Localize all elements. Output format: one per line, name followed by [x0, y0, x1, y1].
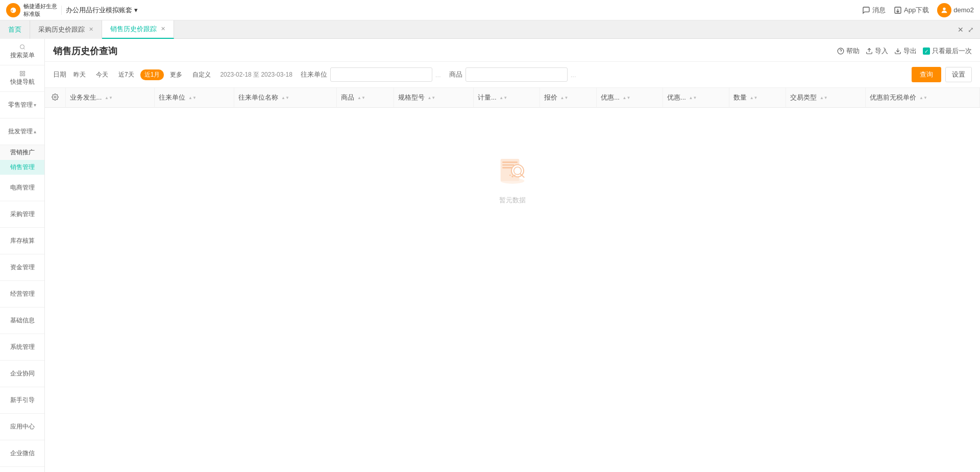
table-col-quoted-price: 报价 ▲▼ — [540, 88, 596, 108]
table-col-partner-name: 往来单位名称 ▲▼ — [234, 88, 337, 108]
empty-illustration — [492, 149, 533, 190]
tab-sales-history[interactable]: 销售历史价跟踪 ✕ — [102, 20, 174, 39]
header-right: 消息 App下载 demo2 — [862, 3, 974, 17]
top-header: 6 畅捷通好生意 标准版 办公用品行业模拟账套 ▾ 消息 App下载 demo2 — [0, 0, 980, 20]
export-action[interactable]: 导出 — [894, 46, 917, 56]
query-button[interactable]: 查询 — [912, 67, 941, 82]
svg-point-23 — [514, 175, 516, 176]
sidebar-item-purchase-mgmt[interactable]: 采购管理 — [0, 201, 44, 228]
sidebar-item-ecommerce-mgmt[interactable]: 电商管理 — [0, 175, 44, 201]
date-btn-yesterday[interactable]: 昨天 — [69, 69, 90, 80]
sort-icon[interactable]: ▲▼ — [623, 96, 631, 100]
svg-point-22 — [511, 176, 513, 177]
title-actions: 帮助 导入 导出 ✓ 只看最后一次 — [837, 46, 972, 56]
table-col-partner-code: 往来单位 ▲▼ — [155, 88, 234, 108]
sidebar-item-system-mgmt[interactable]: 系统管理 — [0, 334, 44, 361]
goods-label: 商品 — [449, 70, 462, 79]
sort-icon[interactable]: ▲▼ — [820, 96, 828, 100]
date-range-text: 2023-02-18 至 2023-03-18 — [220, 70, 292, 79]
sidebar-item-biz-mgmt[interactable]: 经营管理 — [0, 281, 44, 308]
data-table: 业务发生... ▲▼ 往来单位 ▲▼ 往来单位名称 ▲▼ 商品 — [45, 88, 980, 108]
help-action[interactable]: 帮助 — [837, 46, 860, 56]
goods-input[interactable] — [465, 67, 568, 82]
sidebar-item-wholesale-mgmt[interactable]: 批发管理 ▴ — [0, 119, 44, 145]
app-download-action[interactable]: App下载 — [894, 6, 929, 15]
table-col-biz-date: 业务发生... ▲▼ — [65, 88, 155, 108]
help-icon — [837, 48, 844, 55]
sidebar-item-retail-mgmt[interactable]: 零售管理 ▾ — [0, 92, 44, 119]
sidebar-item-quick-nav[interactable]: 快捷导航 — [0, 65, 44, 92]
sidebar: 搜索菜单 快捷导航 零售管理 ▾ 批发管理 ▴ 营销推广 销售管理 电商管理 采… — [0, 39, 45, 472]
sort-icon[interactable]: ▲▼ — [499, 96, 507, 100]
table-col-trade-type: 交易类型 ▲▼ — [786, 88, 866, 108]
date-btn-more[interactable]: 更多 — [166, 69, 186, 80]
import-icon — [866, 48, 873, 55]
app-selector[interactable]: 办公用品行业模拟账套 ▾ — [61, 6, 142, 15]
svg-rect-6 — [23, 72, 25, 74]
sort-icon[interactable]: ▲▼ — [427, 96, 435, 100]
sort-icon[interactable]: ▲▼ — [750, 96, 758, 100]
svg-rect-17 — [502, 164, 514, 166]
sort-icon[interactable]: ▲▼ — [689, 96, 697, 100]
sidebar-item-marketing[interactable]: 营销推广 — [0, 145, 44, 160]
sidebar-item-basic-info[interactable]: 基础信息 — [0, 308, 44, 334]
table-col-gear[interactable] — [45, 88, 65, 108]
date-btn-1month[interactable]: 近1月 — [140, 69, 164, 80]
svg-point-13 — [54, 96, 56, 98]
table-col-quantity: 数量 ▲▼ — [729, 88, 786, 108]
sidebar-item-enterprise-collab[interactable]: 企业协同 — [0, 361, 44, 387]
import-action[interactable]: 导入 — [866, 46, 888, 56]
download-icon — [894, 6, 902, 14]
date-btn-today[interactable]: 今天 — [92, 69, 112, 80]
sidebar-item-search-menu[interactable]: 搜索菜单 — [0, 39, 44, 65]
date-shortcuts: 昨天 今天 近7天 近1月 更多 自定义 — [69, 69, 215, 80]
sidebar-item-inventory[interactable]: 库存核算 — [0, 228, 44, 254]
filter-bar: 日期 昨天 今天 近7天 近1月 更多 自定义 2023-02-18 至 202… — [45, 62, 980, 88]
tab-purchase-history[interactable]: 采购历史价跟踪 ✕ — [30, 20, 102, 39]
goods-dots[interactable]: ... — [571, 71, 576, 79]
sort-icon[interactable]: ▲▼ — [105, 96, 113, 100]
sort-icon[interactable]: ▲▼ — [357, 96, 365, 100]
sidebar-item-new-guide[interactable]: 新手引导 — [0, 387, 44, 414]
search-icon — [18, 44, 27, 50]
header-left: 6 畅捷通好生意 标准版 办公用品行业模拟账套 ▾ — [6, 3, 142, 17]
tab-bar: 首页 采购历史价跟踪 ✕ 销售历史价跟踪 ✕ ✕ ⤢ — [0, 20, 980, 39]
tab-close-sales[interactable]: ✕ — [161, 26, 165, 32]
message-action[interactable]: 消息 — [862, 6, 886, 15]
logo-icon: 6 — [6, 3, 20, 17]
sidebar-item-app-center[interactable]: 应用中心 — [0, 414, 44, 440]
date-btn-7days[interactable]: 近7天 — [114, 69, 138, 80]
empty-state: 暂元数据 — [45, 108, 980, 246]
partner-input[interactable] — [330, 67, 432, 82]
sort-icon[interactable]: ▲▼ — [188, 96, 197, 100]
tab-home[interactable]: 首页 — [0, 20, 30, 39]
maximize-tab-action[interactable]: ⤢ — [968, 26, 974, 34]
sidebar-item-member[interactable]: 畅会员 — [0, 467, 44, 472]
grid-icon — [18, 70, 27, 77]
table-header-row: 业务发生... ▲▼ 往来单位 ▲▼ 往来单位名称 ▲▼ 商品 — [45, 88, 980, 108]
table-col-unit: 计量... ▲▼ — [473, 88, 540, 108]
close-tab-action[interactable]: ✕ — [958, 26, 964, 34]
settings-button[interactable]: 设置 — [945, 67, 972, 82]
sort-icon[interactable]: ▲▼ — [281, 96, 289, 100]
only-last-checkbox[interactable]: ✓ 只看最后一次 — [923, 46, 972, 56]
tab-close-purchase[interactable]: ✕ — [89, 26, 93, 33]
page-title: 销售历史价查询 — [53, 45, 117, 57]
content-area: 销售历史价查询 帮助 导入 导出 ✓ 只看最后一次 — [45, 39, 980, 472]
date-btn-custom[interactable]: 自定义 — [188, 69, 215, 80]
table-col-pre-tax-price: 优惠前无税单价 ▲▼ — [866, 88, 980, 108]
partner-dots[interactable]: ... — [435, 71, 441, 79]
sort-icon[interactable]: ▲▼ — [560, 96, 568, 100]
goods-filter-group: 商品 ... — [449, 67, 576, 82]
sidebar-item-finance-mgmt[interactable]: 资金管理 — [0, 254, 44, 281]
sort-icon[interactable]: ▲▼ — [919, 96, 927, 100]
user-profile[interactable]: demo2 — [937, 3, 974, 17]
logo-area: 6 畅捷通好生意 标准版 — [6, 3, 57, 17]
sidebar-item-sales-mgmt[interactable]: 销售管理 — [0, 160, 44, 175]
page-title-bar: 销售历史价查询 帮助 导入 导出 ✓ 只看最后一次 — [45, 39, 980, 62]
sidebar-item-enterprise-wechat[interactable]: 企业微信 — [0, 440, 44, 467]
chevron-icon: ▴ — [34, 129, 36, 134]
table-col-goods: 商品 ▲▼ — [337, 88, 394, 108]
partner-filter-group: 往来单位 ... — [301, 67, 441, 82]
chevron-down-icon: ▾ — [134, 6, 138, 14]
